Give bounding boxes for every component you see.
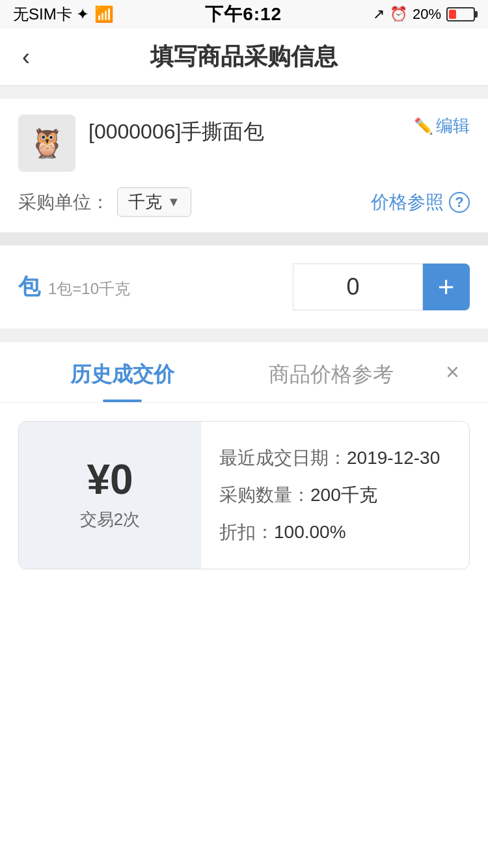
product-title: 手撕面包 (181, 120, 264, 143)
quantity-input-group: + (293, 264, 470, 310)
price-discount-label: 折扣： (219, 522, 274, 542)
price-ref-hint-icon: ? (449, 192, 470, 213)
price-transactions: 交易2次 (80, 508, 140, 531)
unit-label: 采购单位： (18, 190, 109, 215)
price-ref-button[interactable]: 价格参照 ? (371, 190, 470, 215)
price-card-right: 最近成交日期：2019-12-30 采购数量：200千克 折扣：100.00% (201, 422, 469, 569)
quantity-row: 包 1包=10千克 + (0, 245, 488, 329)
product-card: 🦉 [0000006]手撕面包 ✏️ 编辑 采购单位： 千克 ▼ 价格参照 ? (0, 99, 488, 232)
quantity-input[interactable] (293, 264, 423, 310)
price-card-left: ¥0 交易2次 (19, 422, 201, 569)
unit-dropdown-arrow: ▼ (167, 195, 180, 210)
unit-select-dropdown[interactable]: 千克 ▼ (117, 187, 191, 217)
nav-bar: ‹ 填写商品采购信息 (0, 29, 488, 86)
wifi-icon: 📶 (94, 5, 114, 23)
price-card: ¥0 交易2次 最近成交日期：2019-12-30 采购数量：200千克 折扣：… (18, 421, 470, 569)
edit-label: 编辑 (436, 115, 470, 137)
price-quantity-label: 采购数量： (219, 485, 310, 505)
price-date-value: 2019-12-30 (347, 448, 440, 468)
product-thumbnail: 🦉 (18, 115, 75, 172)
status-left: 无SIM卡 ✦ 📶 (13, 4, 114, 25)
status-right: ↗ ⏰ 20% (373, 6, 475, 23)
price-amount: ¥0 (87, 459, 133, 500)
tab-product-price-ref[interactable]: 商品价格参考 (226, 342, 435, 402)
product-name: [0000006]手撕面包 (88, 117, 264, 146)
quantity-plus-button[interactable]: + (423, 264, 470, 310)
tabs-row: 历史成交价 商品价格参考 × (0, 342, 488, 402)
price-currency: ¥ (87, 456, 110, 503)
price-discount-value: 100.00% (274, 522, 346, 542)
section-divider (0, 232, 488, 245)
carrier-label: 无SIM卡 ✦ (13, 4, 89, 25)
unit-row-left: 采购单位： 千克 ▼ (18, 187, 191, 217)
edit-icon: ✏️ (414, 117, 433, 135)
price-date-label: 最近成交日期： (219, 448, 347, 468)
alarm-icon: ⏰ (390, 6, 407, 23)
quantity-sub-label: 1包=10千克 (48, 278, 130, 299)
main-content-area (0, 588, 488, 868)
product-id: [0000006] (88, 120, 181, 143)
quantity-label-group: 包 1包=10千克 (18, 272, 130, 302)
page-title: 填写商品采购信息 (150, 41, 338, 73)
time-label: 下午6:12 (205, 2, 282, 27)
product-name-group: [0000006]手撕面包 (88, 115, 264, 146)
status-bar: 无SIM卡 ✦ 📶 下午6:12 ↗ ⏰ 20% (0, 0, 488, 29)
battery-icon (446, 7, 475, 21)
price-date-row: 最近成交日期：2019-12-30 (219, 445, 451, 470)
price-card-container: ¥0 交易2次 最近成交日期：2019-12-30 采购数量：200千克 折扣：… (0, 403, 488, 588)
edit-button[interactable]: ✏️ 编辑 (414, 115, 470, 137)
back-button[interactable]: ‹ (16, 37, 36, 77)
battery-label: 20% (413, 6, 441, 23)
price-ref-label: 价格参照 (371, 190, 444, 215)
product-info-left: 🦉 [0000006]手撕面包 (18, 115, 264, 172)
price-discount-row: 折扣：100.00% (219, 519, 451, 545)
location-icon: ↗ (373, 6, 385, 23)
tab-close-button[interactable]: × (435, 350, 470, 394)
tabs-container: 历史成交价 商品价格参考 × (0, 342, 488, 403)
product-owl-icon: 🦉 (29, 129, 65, 157)
tab-history-price[interactable]: 历史成交价 (18, 342, 226, 402)
product-header: 🦉 [0000006]手撕面包 ✏️ 编辑 (18, 115, 470, 172)
unit-select-value: 千克 (128, 191, 162, 213)
price-value: 0 (110, 456, 133, 503)
quantity-unit-label: 包 (18, 272, 40, 302)
price-quantity-row: 采购数量：200千克 (219, 482, 451, 508)
product-unit-row: 采购单位： 千克 ▼ 价格参照 ? (18, 187, 470, 217)
price-quantity-value: 200千克 (310, 485, 377, 505)
